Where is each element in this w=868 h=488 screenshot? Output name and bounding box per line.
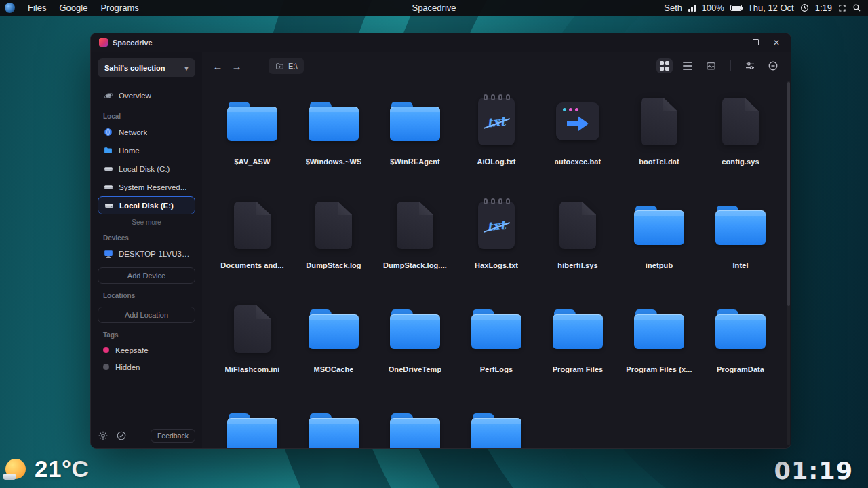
media-view-button[interactable]	[703, 58, 719, 74]
window-title: Spacedrive	[113, 39, 153, 47]
folder-icon	[309, 413, 359, 448]
sidebar-item-network[interactable]: Network	[98, 123, 195, 141]
folder-item-intel[interactable]: Intel	[700, 189, 781, 293]
sidebar-item-local-disk-c[interactable]: Local Disk (C:)	[98, 159, 195, 178]
file-label: DumpStack.log	[306, 261, 361, 269]
sidebar-item-local-disk-e[interactable]: Local Disk (E:)	[98, 196, 195, 214]
network-signal-icon[interactable]	[688, 5, 696, 12]
file-item-hiberfil-sys[interactable]: hiberfil.sys	[537, 189, 618, 293]
folder-icon	[390, 309, 440, 349]
text-file-icon: txt	[478, 98, 515, 145]
grid-view-button[interactable]	[656, 58, 673, 73]
folder-item-program-files-x[interactable]: Program Files (x...	[618, 293, 700, 397]
local-list: NetworkHomeLocal Disk (C:)System Reserve…	[98, 123, 195, 214]
list-view-button[interactable]	[679, 59, 696, 73]
distro-logo-icon[interactable]	[5, 3, 15, 13]
sidebar-item-overview[interactable]: Overview	[98, 86, 195, 105]
sidebar-item-home[interactable]: Home	[98, 141, 195, 159]
weather-widget: 21°C	[5, 455, 89, 483]
file-item-autoexec-bat[interactable]: autoexec.bat	[537, 86, 618, 189]
clock-icon	[800, 3, 809, 12]
minimize-button[interactable]: ─	[732, 39, 738, 47]
menu-google[interactable]: Google	[59, 3, 87, 13]
folder-item-program-files[interactable]: Program Files	[537, 293, 618, 397]
tag-color-dot	[103, 347, 109, 353]
folder-icon	[634, 309, 684, 349]
folder-item-msocache[interactable]: MSOCache	[293, 293, 374, 397]
tag-item-keepsafe[interactable]: Keepsafe	[98, 341, 195, 358]
section-label-devices: Devices	[98, 234, 195, 242]
file-item-documents-and[interactable]: Documents and...	[212, 189, 293, 293]
window-titlebar[interactable]: Spacedrive ─ ✕	[91, 33, 791, 52]
filter-sliders-icon[interactable]	[742, 58, 758, 74]
folder-item[interactable]	[293, 397, 374, 448]
file-item-config-sys[interactable]: config.sys	[700, 86, 781, 189]
folder-item[interactable]	[374, 397, 456, 448]
drive-icon	[104, 201, 114, 210]
fullscreen-icon[interactable]	[838, 4, 846, 12]
back-button[interactable]: ←	[212, 60, 224, 72]
folder-icon	[103, 146, 113, 155]
folder-item-windows-ws[interactable]: $Windows.~WS	[293, 86, 374, 189]
file-item-dumpstack-log[interactable]: DumpStack.log....	[374, 189, 456, 293]
collection-dropdown[interactable]: Sahil's collection ▼	[98, 58, 195, 77]
sidebar-item-device[interactable]: DESKTOP-1LVU3DB	[98, 244, 195, 263]
chevron-down-icon: ▼	[183, 64, 190, 72]
file-icon	[234, 305, 271, 353]
file-label: $Windows.~WS	[306, 157, 362, 166]
close-button[interactable]: ✕	[773, 39, 780, 47]
tag-label: Hidden	[115, 363, 140, 371]
folder-icon	[390, 102, 440, 141]
folder-item[interactable]	[212, 397, 293, 448]
file-item-dumpstack-log[interactable]: DumpStack.log	[293, 189, 374, 293]
folder-item-onedrivetemp[interactable]: OneDriveTemp	[374, 293, 456, 397]
folder-item-winreagent[interactable]: $WinREAgent	[374, 86, 456, 189]
settings-gear-icon[interactable]	[98, 430, 108, 441]
file-item-miflashcom-ini[interactable]: MiFlashcom.ini	[212, 293, 293, 397]
folder-icon	[553, 309, 603, 349]
forward-button[interactable]: →	[231, 60, 243, 72]
drive-icon	[103, 164, 113, 174]
overview-planet-icon	[103, 91, 113, 100]
folder-item-av-asw[interactable]: $AV_ASW	[212, 86, 293, 189]
file-icon	[722, 98, 759, 145]
breadcrumb-path: E:\	[288, 62, 297, 70]
tag-label: Keepsafe	[115, 346, 149, 354]
file-item-aiolog-txt[interactable]: txtAiOLog.txt	[456, 86, 537, 189]
breadcrumb[interactable]: E:\	[269, 58, 304, 74]
folder-item[interactable]	[456, 397, 537, 448]
tag-item-hidden[interactable]: Hidden	[98, 358, 195, 375]
add-location-button[interactable]: Add Location	[98, 307, 195, 323]
sidebar-item-label: System Reserved...	[119, 183, 186, 191]
scrollbar-thumb[interactable]	[787, 82, 790, 306]
file-label: autoexec.bat	[555, 157, 601, 166]
search-icon[interactable]	[852, 3, 861, 12]
user-name[interactable]: Seth	[664, 3, 682, 13]
drive-icon	[103, 183, 113, 192]
menu-files[interactable]: Files	[28, 3, 46, 13]
folder-icon	[309, 102, 359, 141]
maximize-button[interactable]	[753, 39, 759, 45]
add-device-button[interactable]: Add Device	[98, 267, 195, 284]
topbar-date[interactable]: Thu, 12 Oct	[748, 3, 794, 13]
folder-item-inetpub[interactable]: inetpub	[618, 189, 700, 293]
sidebar-item-label: Local Disk (E:)	[119, 202, 174, 210]
file-item-boottel-dat[interactable]: bootTel.dat	[618, 86, 700, 189]
folder-item-programdata[interactable]: ProgramData	[700, 293, 781, 397]
battery-icon[interactable]	[730, 5, 742, 11]
folder-icon	[227, 102, 277, 141]
see-more-link[interactable]: See more	[98, 219, 195, 226]
file-label: bootTel.dat	[639, 157, 679, 166]
file-label: OneDriveTemp	[389, 365, 442, 373]
spacedrive-logo-icon	[99, 38, 108, 47]
explorer-toolbar: ← → E:\	[202, 52, 791, 79]
sidebar-item-system-reserved[interactable]: System Reserved...	[98, 178, 195, 196]
file-label: DumpStack.log....	[383, 261, 447, 269]
folder-item-perflogs[interactable]: PerfLogs	[456, 293, 537, 397]
sidebar-item-label: Overview	[119, 92, 151, 100]
feedback-button[interactable]: Feedback	[151, 429, 195, 443]
file-item-haxlogs-txt[interactable]: txtHaxLogs.txt	[456, 189, 537, 293]
menu-programs[interactable]: Programs	[100, 3, 138, 13]
overflow-circle-icon[interactable]	[765, 58, 781, 74]
check-circle-icon[interactable]	[116, 430, 127, 441]
